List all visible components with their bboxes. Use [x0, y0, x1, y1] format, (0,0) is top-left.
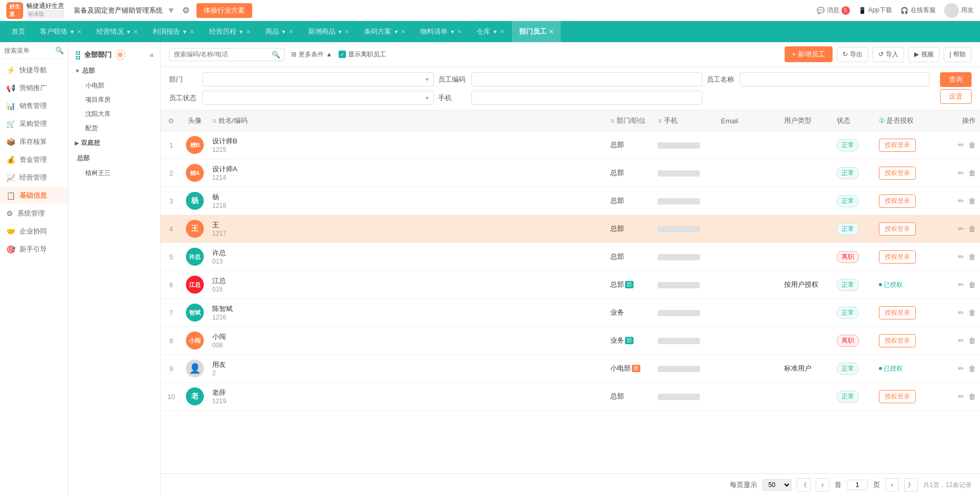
tab-operation-close[interactable]: ✕ — [133, 28, 138, 35]
tab-new-goods-close[interactable]: ✕ — [344, 28, 349, 35]
delete-button[interactable]: 🗑 — [968, 308, 976, 317]
delete-button[interactable]: 🗑 — [968, 169, 976, 177]
tree-sub-distribution[interactable]: 配货 — [68, 121, 160, 135]
delete-button[interactable]: 🗑 — [968, 252, 976, 261]
add-employee-button[interactable]: + 新增员工 — [785, 46, 833, 62]
tree-collapse-icon[interactable]: « — [150, 51, 154, 59]
tab-history[interactable]: 经营历程▼✕ — [202, 21, 258, 42]
tab-barcode-close[interactable]: ✕ — [401, 28, 405, 35]
sidebar-search-input[interactable] — [4, 47, 52, 54]
col-name-header[interactable]: ⇅ 姓名/编码 — [208, 111, 606, 131]
tab-goods[interactable]: 商品▼✕ — [258, 21, 301, 42]
view-button[interactable]: ▶ 视频 — [908, 47, 939, 62]
edit-button[interactable]: ✏ — [958, 280, 964, 289]
sidebar-item-finance[interactable]: 💰 资金管理 — [0, 151, 68, 169]
filter-emp-name-input[interactable] — [740, 72, 929, 86]
delete-button[interactable]: 🗑 — [968, 280, 976, 289]
filter-phone-input[interactable] — [471, 91, 703, 105]
set-button[interactable]: 设置 — [940, 89, 972, 104]
tab-profit[interactable]: 利润报告▼✕ — [145, 21, 202, 42]
tab-warehouse-close[interactable]: ✕ — [500, 28, 504, 35]
auth-login-button[interactable]: 授权登录 — [879, 390, 916, 403]
msg-button[interactable]: 💬 消息 5 — [817, 6, 850, 15]
tab-customer[interactable]: 客户联络▼✕ — [33, 21, 89, 42]
tree-group-shuangtingxiang[interactable]: ▶ 双庭想 — [68, 135, 160, 151]
show-resign-toggle[interactable]: ✓ 显示离职员工 — [339, 50, 386, 59]
tree-settings-icon[interactable]: ⚙ — [115, 50, 125, 60]
tree-sub-shenyang[interactable]: 沈阳大库 — [68, 107, 160, 121]
tab-department[interactable]: 部门员工✕ — [512, 21, 561, 42]
delete-button[interactable]: 🗑 — [968, 364, 976, 373]
auth-login-button[interactable]: 授权登录 — [879, 222, 916, 236]
settings-icon[interactable]: ⚙ — [180, 4, 192, 17]
search-button[interactable]: 查询 — [940, 72, 972, 87]
edit-button[interactable]: ✏ — [958, 141, 964, 149]
filter-emp-code-input[interactable] — [471, 72, 703, 86]
edit-button[interactable]: ✏ — [958, 169, 964, 177]
delete-button[interactable]: 🗑 — [968, 336, 976, 345]
edit-button[interactable]: ✏ — [958, 252, 964, 261]
edit-button[interactable]: ✏ — [958, 225, 964, 233]
trial-button[interactable]: 体验行业方案 — [196, 3, 252, 18]
tree-sub-zhi-san[interactable]: 植树王三 — [68, 166, 160, 180]
tab-home[interactable]: 首页 — [4, 21, 33, 42]
next-page-button[interactable]: › — [885, 478, 899, 492]
filter-dept-select[interactable] — [202, 72, 434, 86]
tab-operation[interactable]: 经营情况▼✕ — [89, 21, 145, 42]
tab-history-close[interactable]: ✕ — [246, 28, 251, 35]
sidebar-item-basic-info[interactable]: 📋 基础信息 — [0, 187, 68, 205]
export-button[interactable]: ↻ 导出 — [837, 47, 868, 62]
col-dept-header[interactable]: ⇅ 部门/职位 — [606, 111, 654, 131]
page-number-input[interactable] — [847, 480, 868, 490]
tab-profit-close[interactable]: ✕ — [190, 28, 194, 35]
filter-status-select[interactable] — [202, 91, 434, 105]
auth-login-button[interactable]: 授权登录 — [879, 194, 916, 208]
tab-department-close[interactable]: ✕ — [549, 28, 553, 35]
sidebar-item-quick-nav[interactable]: ⚡ 快捷导航 — [0, 61, 68, 79]
delete-button[interactable]: 🗑 — [968, 197, 976, 205]
app-download-button[interactable]: 📱 App下载 — [858, 6, 892, 15]
tab-barcode[interactable]: 条码方案▼✕ — [357, 21, 413, 42]
tree-group-head[interactable]: 总部 — [68, 151, 160, 166]
edit-button[interactable]: ✏ — [958, 336, 964, 345]
more-filters-button[interactable]: ⊞ 更多条件 ▲ — [291, 50, 332, 59]
tree-sub-project-room[interactable]: 项目库房 — [68, 93, 160, 107]
sidebar-item-collab[interactable]: 🤝 企业协同 — [0, 222, 68, 240]
tree-group-head-office[interactable]: ▼ 总部 — [68, 63, 160, 79]
col-phone-header[interactable]: ⇅ 手机 — [654, 111, 717, 131]
tab-bom[interactable]: 物料清单▼✕ — [413, 21, 469, 42]
sidebar-item-system[interactable]: ⚙ 系统管理 — [0, 205, 68, 222]
auth-login-button[interactable]: 授权登录 — [879, 306, 916, 319]
edit-button[interactable]: ✏ — [958, 308, 964, 317]
delete-button[interactable]: 🗑 — [968, 141, 976, 149]
delete-button[interactable]: 🗑 — [968, 225, 976, 233]
tab-customer-close[interactable]: ✕ — [77, 28, 82, 35]
system-dropdown-icon[interactable]: ▼ — [167, 6, 175, 15]
col-settings-icon[interactable]: ⚙ — [161, 111, 182, 131]
first-page-button[interactable]: 《 — [797, 478, 810, 492]
help-button[interactable]: | 帮助 — [944, 47, 972, 62]
sidebar-item-marketing[interactable]: 📢 营销推广 — [0, 79, 68, 97]
edit-button[interactable]: ✏ — [958, 392, 964, 401]
delete-button[interactable]: 🗑 — [968, 392, 976, 401]
last-page-button[interactable]: 》 — [904, 478, 918, 492]
sidebar-item-sales[interactable]: 📊 销售管理 — [0, 97, 68, 115]
per-page-select[interactable]: 50 20 100 — [763, 479, 791, 491]
sidebar-item-stock[interactable]: 📦 库存核算 — [0, 133, 68, 151]
import-button[interactable]: ↺ 导入 — [873, 47, 904, 62]
user-area[interactable]: 用友 — [944, 3, 974, 18]
online-service-button[interactable]: 🎧 在线客服 — [900, 6, 936, 15]
auth-login-button[interactable]: 授权登录 — [879, 139, 916, 152]
prev-page-button[interactable]: ‹ — [816, 478, 829, 492]
tab-warehouse[interactable]: 仓库▼✕ — [469, 21, 512, 42]
sidebar-item-guide[interactable]: 🎯 新手引导 — [0, 240, 68, 258]
edit-button[interactable]: ✏ — [958, 197, 964, 205]
tree-sub-small-elec[interactable]: 小电部 — [68, 79, 160, 93]
tab-goods-close[interactable]: ✕ — [289, 28, 293, 35]
search-input[interactable] — [174, 51, 269, 58]
edit-button[interactable]: ✏ — [958, 364, 964, 373]
auth-login-button[interactable]: 授权登录 — [879, 334, 916, 347]
sidebar-item-business[interactable]: 📈 经营管理 — [0, 169, 68, 187]
auth-login-button[interactable]: 授权登录 — [879, 167, 916, 180]
auth-login-button[interactable]: 授权登录 — [879, 250, 916, 264]
